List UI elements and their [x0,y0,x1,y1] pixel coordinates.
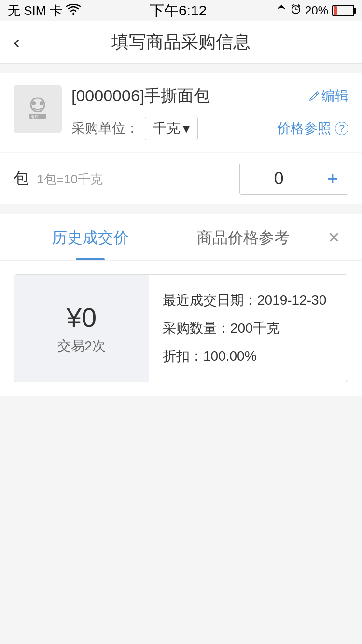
product-thumbnail: 餐厅 [14,85,62,133]
unit-label: 包 [14,169,29,187]
discount-value: 100.00% [203,349,257,364]
tabs-section: 历史成交价 商品价格参考 × ¥0 交易2次 最近成交日期：2019-12-30… [0,214,362,396]
battery-percent: 20% [305,4,328,17]
svg-point-2 [32,101,36,105]
help-icon: ? [335,122,348,135]
product-name-row: [0000006]手撕面包 编辑 [71,85,348,107]
status-right: 20% [276,4,354,17]
svg-text:餐厅: 餐厅 [31,115,39,119]
date-label: 最近成交日期： [163,293,257,308]
status-left: 无 SIM 卡 [8,2,81,19]
product-header: 餐厅 [0000006]手撕面包 编辑 [14,85,348,140]
quantity-label-group: 包 1包=10千克 [14,168,103,189]
discount-label: 折扣： [163,349,203,364]
status-bar: 无 SIM 卡 下午6:12 20% [0,0,362,21]
tabs-close-button[interactable]: × [320,223,348,252]
purchase-unit-row: 采购单位： 千克 ▾ 价格参照 ? [71,117,348,140]
unit-value: 千克 [153,119,180,138]
page-title: 填写商品采购信息 [111,30,251,54]
history-quantity-row: 采购数量：200千克 [163,318,334,338]
product-name: [0000006]手撕面包 [71,85,210,107]
price-reference-button[interactable]: 价格参照 ? [277,119,348,138]
product-info: [0000006]手撕面包 编辑 采购单位： 千克 ▾ [71,85,348,140]
quantity-input[interactable] [240,163,317,194]
date-value: 2019-12-30 [257,293,326,308]
nav-bar: ‹ 填写商品采购信息 [0,21,362,64]
alarm-icon [291,4,301,17]
history-price-value: ¥0 [67,302,97,333]
tab-product-price-ref[interactable]: 商品价格参考 [167,214,320,260]
battery-icon [332,5,354,16]
purchase-unit-label: 采购单位： [71,119,139,138]
price-ref-label: 价格参照 [277,119,331,138]
back-button[interactable]: ‹ [14,31,20,53]
history-trades-count: 交易2次 [57,337,106,355]
product-thumb-icon: 餐厅 [23,93,52,126]
wifi-icon [66,3,81,18]
edit-label: 编辑 [321,87,348,105]
quantity-row: 包 1包=10千克 + [0,153,362,204]
unit-hint: 1包=10千克 [37,172,103,186]
quantity-controls: + [239,163,348,195]
currency-symbol: ¥ [67,302,82,333]
history-content: ¥0 交易2次 最近成交日期：2019-12-30 采购数量：200千克 折扣：… [0,261,362,396]
svg-point-3 [40,101,43,105]
edit-button[interactable]: 编辑 [309,87,348,105]
history-price-summary: ¥0 交易2次 [14,275,149,382]
dropdown-icon: ▾ [183,121,190,137]
quantity-plus-button[interactable]: + [317,163,348,194]
unit-select[interactable]: 千克 ▾ [145,117,198,140]
carrier-text: 无 SIM 卡 [8,2,62,19]
quantity-value: 200千克 [230,321,280,336]
time-display: 下午6:12 [150,1,207,21]
main-background [0,396,362,644]
history-card: ¥0 交易2次 最近成交日期：2019-12-30 采购数量：200千克 折扣：… [14,274,348,382]
product-card: 餐厅 [0000006]手撕面包 编辑 [0,73,362,152]
history-details: 最近成交日期：2019-12-30 采购数量：200千克 折扣：100.00% [149,275,348,382]
tabs-header: 历史成交价 商品价格参考 × [0,214,362,261]
history-discount-row: 折扣：100.00% [163,346,334,366]
tab-history-price[interactable]: 历史成交价 [14,214,167,260]
quantity-label: 采购数量： [163,321,230,336]
location-icon [276,4,287,17]
history-date-row: 最近成交日期：2019-12-30 [163,290,334,310]
